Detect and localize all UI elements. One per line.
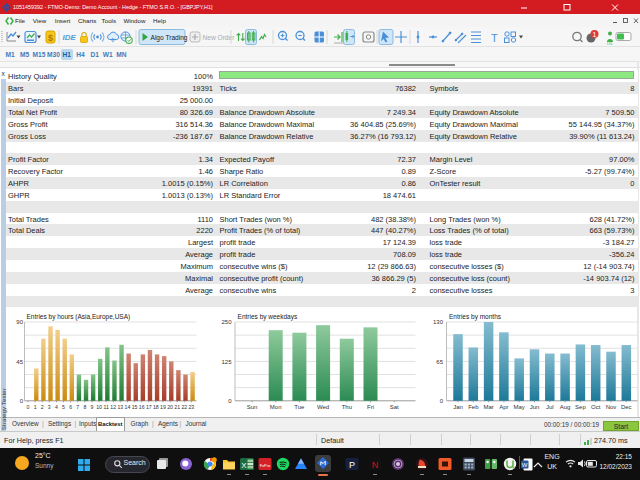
svg-text:Sat: Sat: [390, 404, 399, 410]
svg-text:X: X: [241, 461, 247, 470]
svg-text:Oct: Oct: [591, 404, 601, 410]
svg-text:Thu: Thu: [342, 404, 352, 410]
svg-text:14: 14: [125, 404, 131, 410]
svg-text:3: 3: [48, 404, 51, 410]
svg-text:1: 1: [593, 31, 597, 38]
svg-text:Dec: Dec: [621, 404, 632, 410]
svg-text:Fri: Fri: [367, 404, 374, 410]
svg-text:250: 250: [221, 319, 232, 325]
svg-text:11: 11: [103, 404, 108, 410]
svg-text:0: 0: [20, 398, 24, 404]
svg-text:45: 45: [16, 359, 23, 365]
svg-text:6: 6: [69, 404, 72, 410]
svg-text:Tue: Tue: [294, 404, 305, 410]
svg-text:12: 12: [110, 404, 116, 410]
svg-text:19: 19: [160, 404, 166, 410]
svg-text:Entries by months: Entries by months: [449, 313, 502, 321]
svg-text:Wed: Wed: [317, 404, 329, 410]
svg-text:125: 125: [221, 359, 232, 365]
svg-text:Entries by hours (Asia,Europe,: Entries by hours (Asia,Europe,USA): [27, 313, 131, 321]
svg-text:N: N: [372, 460, 379, 470]
svg-text:Mon: Mon: [270, 404, 282, 410]
svg-text:8: 8: [83, 404, 86, 410]
svg-text:16: 16: [139, 404, 145, 410]
svg-text:Sep: Sep: [575, 404, 586, 410]
svg-text:May: May: [514, 404, 525, 410]
svg-text:20: 20: [167, 404, 173, 410]
svg-text:9: 9: [90, 404, 93, 410]
svg-text:5: 5: [62, 404, 65, 410]
svg-text:90: 90: [16, 319, 23, 325]
svg-text:Mar: Mar: [483, 404, 493, 410]
svg-text:Nov: Nov: [606, 404, 617, 410]
svg-text:2: 2: [41, 404, 44, 410]
svg-text:Feb: Feb: [468, 404, 479, 410]
svg-text:15: 15: [132, 404, 138, 410]
svg-text:Sun: Sun: [247, 404, 258, 410]
svg-text:T: T: [491, 32, 498, 44]
svg-text:Entries by weekdays: Entries by weekdays: [238, 313, 298, 321]
svg-text:Algo Trading: Algo Trading: [151, 34, 188, 42]
svg-text:W: W: [521, 462, 527, 468]
svg-text:0: 0: [27, 404, 30, 410]
svg-text:0: 0: [440, 398, 444, 404]
svg-text:13: 13: [117, 404, 123, 410]
svg-text:21: 21: [174, 404, 180, 410]
svg-text:LVL: LVL: [607, 42, 613, 46]
svg-text:Jul: Jul: [546, 404, 554, 410]
svg-text:Jun: Jun: [530, 404, 540, 410]
svg-text:4: 4: [55, 404, 58, 410]
svg-text:New Order: New Order: [203, 34, 236, 41]
svg-text:1: 1: [34, 404, 37, 410]
svg-text:7: 7: [76, 404, 79, 410]
svg-text:22: 22: [181, 404, 187, 410]
svg-text:65: 65: [436, 359, 443, 365]
svg-text:FxPro: FxPro: [260, 463, 271, 468]
svg-text:130: 130: [433, 319, 444, 325]
svg-text:Jan: Jan: [453, 404, 463, 410]
svg-text:10: 10: [96, 404, 102, 410]
svg-text:17: 17: [146, 404, 152, 410]
svg-text:18: 18: [153, 404, 159, 410]
svg-text:23: 23: [188, 404, 194, 410]
svg-text:$: $: [48, 33, 53, 43]
svg-text:Apr: Apr: [499, 404, 508, 410]
svg-text:0: 0: [228, 398, 232, 404]
svg-text:P: P: [349, 460, 355, 470]
svg-text:Aug: Aug: [560, 404, 571, 410]
svg-text:IDE: IDE: [63, 33, 77, 42]
